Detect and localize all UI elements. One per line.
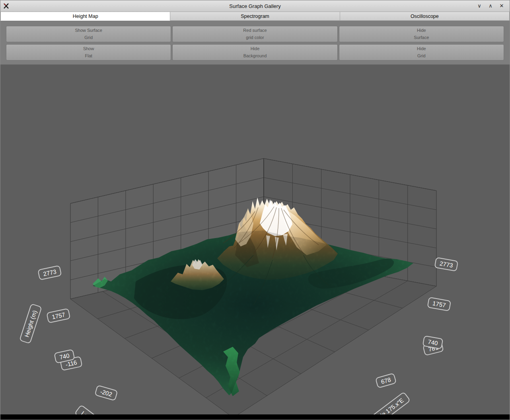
button-label: Background: [173, 53, 337, 59]
button-label: Surface: [339, 34, 504, 41]
button-label: Flat: [6, 53, 171, 59]
show-flat-button[interactable]: Show Flat: [6, 44, 171, 61]
button-label: grid color: [173, 34, 337, 41]
tab-oscilloscope[interactable]: Oscilloscope: [340, 12, 510, 21]
button-label: Hide: [173, 45, 337, 52]
button-label: Hide: [339, 27, 504, 34]
button-label: Show: [6, 45, 171, 52]
button-label: Hide: [339, 45, 504, 52]
surface-plot-view[interactable]: Height (m) 2773 1757 -116 740 2773 1757 …: [0, 64, 510, 420]
window-controls: ∨ ∧ ✕: [476, 3, 510, 9]
shade-button[interactable]: ∨: [476, 3, 483, 9]
window-title: Surface Graph Gallery: [0, 3, 510, 9]
hide-background-button[interactable]: Hide Background: [172, 44, 337, 61]
button-label: Grid: [6, 34, 171, 41]
title-bar[interactable]: Surface Graph Gallery ∨ ∧ ✕: [0, 0, 510, 12]
app-icon: [3, 3, 10, 9]
button-label: Grid: [339, 53, 504, 59]
button-label: Show Surface: [6, 27, 171, 34]
hide-surface-button[interactable]: Hide Surface: [339, 26, 504, 42]
bottom-black-strip: [0, 414, 510, 420]
show-surface-grid-button[interactable]: Show Surface Grid: [6, 26, 171, 42]
red-surface-grid-color-button[interactable]: Red surface grid color: [172, 26, 337, 42]
button-grid: Show Surface Grid Red surface grid color…: [6, 26, 504, 61]
close-button[interactable]: ✕: [498, 3, 505, 9]
tab-bar: Height Map Spectrogram Oscilloscope: [0, 12, 510, 21]
app-window: Surface Graph Gallery ∨ ∧ ✕ Height Map S…: [0, 0, 510, 420]
maximize-button[interactable]: ∧: [487, 3, 494, 9]
surface-3d-scene: [0, 64, 510, 420]
tab-height-map[interactable]: Height Map: [0, 12, 170, 21]
button-label: Red surface: [173, 27, 337, 34]
hide-grid-button[interactable]: Hide Grid: [339, 44, 504, 61]
tab-spectrogram[interactable]: Spectrogram: [170, 12, 340, 21]
toolbar: Show Surface Grid Red surface grid color…: [0, 21, 510, 64]
